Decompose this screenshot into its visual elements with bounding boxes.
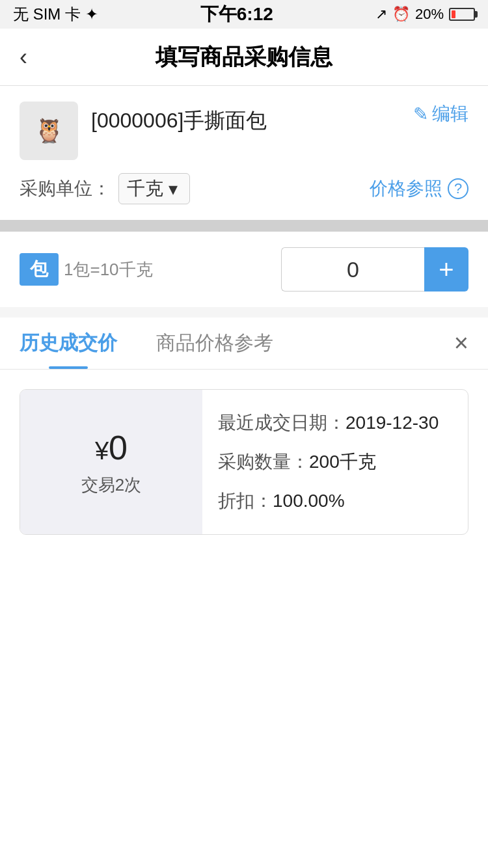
unit-ratio: 1包=10千克: [64, 258, 153, 281]
page-title: 填写商品采购信息: [156, 42, 332, 72]
product-name: [0000006]手撕面包: [91, 102, 267, 135]
currency-symbol: ¥: [95, 437, 109, 465]
tabs-section: 历史成交价 商品价格参考 × ¥0 交易2次 最近成交日期：2019-12-30…: [0, 318, 488, 554]
gray-divider: [0, 220, 488, 232]
discount-value: 100.00%: [273, 491, 345, 511]
quantity-input[interactable]: [281, 247, 424, 292]
edit-icon: ✎: [413, 103, 428, 125]
white-space: [0, 554, 488, 868]
history-card: ¥0 交易2次 最近成交日期：2019-12-30 采购数量：200千克 折扣：…: [20, 389, 468, 535]
product-section: 🦉 [0000006]手撕面包 ✎ 编辑 采购单位： 千克 ▾ 价格参照 ?: [0, 86, 488, 220]
location-icon: ↗: [375, 6, 387, 23]
product-left: 🦉 [0000006]手撕面包: [20, 102, 267, 160]
product-logo-icon: 🦉: [34, 117, 64, 144]
purchase-unit-label: 采购单位：: [20, 176, 111, 201]
price-display: ¥0: [95, 428, 128, 467]
tab-history-price[interactable]: 历史成交价: [20, 318, 117, 369]
quantity-plus-button[interactable]: +: [424, 247, 468, 292]
back-button[interactable]: ‹: [20, 44, 27, 71]
battery-percent: 20%: [415, 6, 444, 23]
chevron-down-icon: ▾: [169, 178, 178, 200]
price-ref-label: 价格参照: [370, 176, 442, 201]
purchase-qty-value: 200千克: [309, 452, 376, 472]
status-left: 无 SIM 卡 ✦: [13, 4, 98, 25]
recent-date-label: 最近成交日期：: [218, 413, 346, 433]
unit-box: 包: [20, 253, 59, 286]
tab-price-reference[interactable]: 商品价格参考: [156, 318, 273, 369]
info-icon: ?: [448, 178, 468, 199]
card-content: ¥0 交易2次 最近成交日期：2019-12-30 采购数量：200千克 折扣：…: [0, 370, 488, 554]
recent-date-value: 2019-12-30: [346, 413, 439, 433]
tabs-header: 历史成交价 商品价格参考 ×: [0, 318, 488, 370]
product-image: 🦉: [20, 102, 78, 160]
recent-date-row: 最近成交日期：2019-12-30: [218, 409, 452, 437]
qty-input-area: +: [281, 247, 468, 292]
purchase-unit-left: 采购单位： 千克 ▾: [20, 173, 190, 204]
discount-row: 折扣：100.00%: [218, 487, 452, 515]
product-header: 🦉 [0000006]手撕面包 ✎ 编辑: [20, 102, 468, 160]
battery-icon: [449, 8, 475, 21]
edit-label: 编辑: [432, 102, 468, 126]
unit-label: 包 1包=10千克: [20, 253, 153, 286]
card-left: ¥0 交易2次: [20, 390, 202, 534]
purchase-unit-row: 采购单位： 千克 ▾ 价格参照 ?: [20, 173, 468, 204]
status-bar: 无 SIM 卡 ✦ 下午6:12 ↗ ⏰ 20%: [0, 0, 488, 29]
status-right: ↗ ⏰ 20%: [375, 6, 475, 23]
close-button[interactable]: ×: [454, 329, 468, 357]
edit-button[interactable]: ✎ 编辑: [413, 102, 468, 126]
quantity-row: 包 1包=10千克 +: [0, 232, 488, 307]
price-value: 0: [109, 429, 128, 467]
price-ref-button[interactable]: 价格参照 ?: [370, 176, 468, 201]
status-time: 下午6:12: [200, 2, 273, 27]
purchase-qty-row: 采购数量：200千克: [218, 448, 452, 476]
unit-select[interactable]: 千克 ▾: [118, 173, 190, 204]
card-right: 最近成交日期：2019-12-30 采购数量：200千克 折扣：100.00%: [202, 390, 468, 534]
alarm-icon: ⏰: [392, 6, 410, 23]
tabs-list: 历史成交价 商品价格参考: [20, 318, 273, 369]
unit-value: 千克: [127, 176, 163, 201]
trade-count: 交易2次: [81, 474, 141, 496]
nav-bar: ‹ 填写商品采购信息: [0, 29, 488, 86]
no-sim-text: 无 SIM 卡 ✦: [13, 4, 98, 25]
purchase-qty-label: 采购数量：: [218, 452, 309, 472]
discount-label: 折扣：: [218, 491, 273, 511]
